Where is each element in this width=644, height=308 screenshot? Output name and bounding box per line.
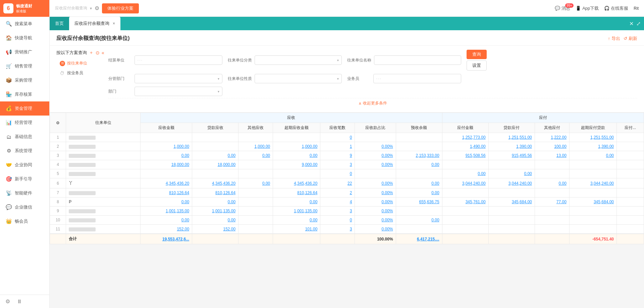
collapse-icon[interactable]: ⏸: [17, 299, 22, 305]
row-ar_count[interactable]: 1: [320, 142, 355, 151]
sidebar-item-wechat[interactable]: 💬 企业微信: [0, 200, 49, 214]
sidebar-item-search[interactable]: 🔍 搜索菜单: [0, 17, 49, 31]
row-ar_ratio[interactable]: 0.00%: [355, 142, 396, 151]
row-ar_ratio[interactable]: 0.00%: [355, 160, 396, 169]
row-ar_count[interactable]: 0: [320, 216, 355, 225]
row-ar_ratio[interactable]: 0.00%: [355, 197, 396, 207]
row-ar_loan[interactable]: 0.00: [192, 216, 238, 225]
row-ar_count[interactable]: 3: [320, 160, 355, 169]
total-ar-advance[interactable]: 6,417,215....: [396, 234, 442, 244]
row-ar_ratio[interactable]: 0.00%: [355, 188, 396, 197]
row-ap_other[interactable]: 1,222.00: [535, 133, 569, 142]
row-ar_amount[interactable]: 1,001,135.00: [141, 207, 192, 216]
sidebar-item-hardware[interactable]: 📡 智能硬件: [0, 186, 49, 200]
settings-icon[interactable]: ⚙: [5, 298, 10, 305]
row-ar_count[interactable]: 9: [320, 151, 355, 160]
row-ar_ratio[interactable]: 0.00%: [355, 151, 396, 160]
row-ap_amount[interactable]: 345,761.00: [442, 197, 488, 207]
row-ar_count[interactable]: 22: [320, 178, 355, 188]
row-ap_overdue[interactable]: 1,390.00: [569, 142, 616, 151]
table-wrapper[interactable]: ⚙ 往来单位 应收 应付 应收金额 贷款应收 其他应收 超期应收金额 应收笔数: [50, 113, 644, 244]
row-ar_amount[interactable]: 4,345,436.20: [141, 178, 192, 188]
table-settings-header[interactable]: ⚙: [50, 113, 66, 133]
row-ar_loan[interactable]: 1,001,135.00: [192, 207, 238, 216]
row-ap_overdue[interactable]: 3,044,240.00: [569, 178, 616, 188]
dept-manager-input[interactable]: ▾: [135, 74, 222, 83]
row-ar_loan[interactable]: 0.00: [192, 197, 238, 207]
sidebar-item-operation[interactable]: 📊 经营管理: [0, 116, 49, 130]
row-ar_overdue[interactable]: 810,126.64: [273, 188, 320, 197]
row-ar_loan[interactable]: 152.00: [192, 225, 238, 234]
row-ar_amount[interactable]: 0.00: [141, 216, 192, 225]
row-ar_amount[interactable]: 18,000.00: [141, 160, 192, 169]
salesman-input[interactable]: ···: [373, 74, 461, 83]
row-ar_loan[interactable]: 4,345,436.20: [192, 178, 238, 188]
row-ar_amount[interactable]: 810,126.64: [141, 188, 192, 197]
row-ar_ratio[interactable]: 0.00%: [355, 178, 396, 188]
export-btn[interactable]: ↑ 导出: [608, 36, 621, 42]
row-ar_count[interactable]: 2: [320, 188, 355, 197]
row-ar_advance[interactable]: 655,636.75: [396, 197, 442, 207]
row-ar_advance[interactable]: 0.00: [396, 160, 442, 169]
sidebar-item-member[interactable]: 👑 畅会员: [0, 214, 49, 228]
row-ar_loan[interactable]: 0.00: [192, 151, 238, 160]
online-service[interactable]: 🎧 在线客服: [604, 5, 628, 11]
row-ar_advance[interactable]: 2,153,333.00: [396, 151, 442, 160]
row-ar_amount[interactable]: 152.00: [141, 225, 192, 234]
config-filter-icon[interactable]: ⊙: [96, 50, 100, 55]
row-ar_advance[interactable]: 0.00: [396, 178, 442, 188]
row-ar_ratio[interactable]: 0.00%: [355, 207, 396, 216]
filter-collapse-btn[interactable]: ∧ 收起更多条件: [108, 98, 637, 108]
row-ar_overdue[interactable]: 4,345,436.20: [273, 178, 320, 188]
sidebar-item-finance[interactable]: 💰 资金管理: [0, 101, 49, 116]
sidebar-item-nav[interactable]: 🏠 快捷导航: [0, 31, 49, 45]
row-ap_amount[interactable]: 915,508.56: [442, 151, 488, 160]
filter-option-salesman[interactable]: ⏱ 按业务员: [56, 68, 104, 78]
tab-home[interactable]: 首页: [50, 17, 69, 30]
row-ar_advance[interactable]: 0.00: [396, 216, 442, 225]
gear-icon[interactable]: ⚙: [95, 5, 99, 11]
row-ar_count[interactable]: 4: [320, 197, 355, 207]
filter-option-partner[interactable]: 按 按往来单位: [56, 58, 104, 68]
set-button[interactable]: 设置: [467, 60, 487, 71]
solution-btn[interactable]: 体验行业方案: [102, 3, 139, 13]
row-ap_amount[interactable]: 0.00: [442, 169, 488, 178]
row-ap_loan[interactable]: 1,251,551.00: [488, 133, 535, 142]
row-ar_overdue[interactable]: 0.00: [273, 216, 320, 225]
tab-close-icon[interactable]: ×: [113, 21, 115, 26]
row-ar_overdue[interactable]: 0.00: [273, 197, 320, 207]
sidebar-item-purchase[interactable]: 📦 采购管理: [0, 73, 49, 87]
row-ap_loan[interactable]: 915,495.56: [488, 151, 535, 160]
sidebar-item-basic[interactable]: 🗂 基础信息: [0, 130, 49, 144]
row-ap_overdue[interactable]: 345,684.00: [569, 197, 616, 207]
row-ap_loan[interactable]: 1,390.00: [488, 142, 535, 151]
row-ar_advance[interactable]: 0.00: [396, 188, 442, 197]
row-ap_other[interactable]: 0.00: [535, 178, 569, 188]
add-filter-icon[interactable]: ＋: [89, 50, 94, 56]
user-info[interactable]: Rit: [634, 6, 639, 11]
dropdown-icon[interactable]: ▾: [90, 6, 92, 11]
row-ap_other[interactable]: 100.00: [535, 142, 569, 151]
dept-input[interactable]: ▾: [135, 87, 222, 96]
row-ar_overdue[interactable]: 0.00: [273, 151, 320, 160]
collapse-filter-icon[interactable]: «: [102, 50, 104, 55]
row-ar_other[interactable]: 0.00: [238, 178, 273, 188]
row-ar_count[interactable]: 3: [320, 225, 355, 234]
partner-nature-input[interactable]: ▾: [255, 74, 342, 83]
partner-name-input[interactable]: [374, 55, 461, 65]
sidebar-item-guide[interactable]: 🎯 新手引导: [0, 172, 49, 186]
partner-category-input[interactable]: ▾: [255, 55, 342, 65]
row-ap_other[interactable]: 77.00: [535, 197, 569, 207]
refresh-btn[interactable]: ↺ 刷新: [624, 36, 637, 42]
row-ar_count[interactable]: 0: [320, 133, 355, 142]
row-ar_overdue[interactable]: 1,000.00: [273, 142, 320, 151]
sidebar-item-inventory[interactable]: 🏪 库存核算: [0, 87, 49, 101]
sidebar-item-corp[interactable]: 🤝 企业协同: [0, 158, 49, 172]
row-ar_amount[interactable]: 1,000.00: [141, 142, 192, 151]
row-ar_overdue[interactable]: 1,001,135.00: [273, 207, 320, 216]
tab-query[interactable]: 应收应付余额查询 ×: [69, 17, 120, 30]
row-ap_amount[interactable]: 3,044,240.00: [442, 178, 488, 188]
app-download[interactable]: 📱 App下载: [576, 5, 599, 11]
row-ar_loan[interactable]: 18,000.00: [192, 160, 238, 169]
row-ar_ratio[interactable]: 0.00%: [355, 225, 396, 234]
